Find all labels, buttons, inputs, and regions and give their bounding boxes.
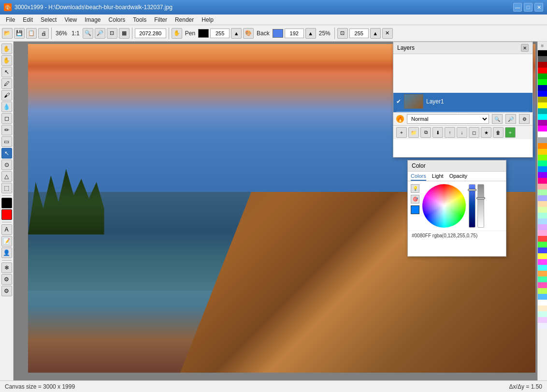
tool-fx[interactable]: ❄: [1, 262, 12, 273]
palette-color-swatch[interactable]: [538, 73, 547, 79]
palette-color-swatch[interactable]: [538, 56, 547, 62]
tool-select-arrow[interactable]: ↖: [1, 67, 12, 77]
layer-folder-button[interactable]: 📁: [408, 127, 419, 138]
titlebar-controls[interactable]: — □ ✕: [513, 3, 543, 12]
layer-fx-button[interactable]: ★: [481, 127, 491, 138]
layer-delete-button[interactable]: 🗑: [493, 127, 504, 138]
layer-visibility-check[interactable]: ✔: [396, 98, 401, 105]
color-wheel[interactable]: [422, 184, 466, 228]
save-button[interactable]: 💾: [14, 28, 25, 39]
palette-color-swatch[interactable]: [538, 201, 547, 207]
tool-move[interactable]: ✋: [1, 55, 12, 66]
palette-color-swatch[interactable]: [538, 149, 547, 155]
palette-color-swatch[interactable]: [538, 91, 547, 97]
menu-item-colors[interactable]: Colors: [105, 15, 130, 24]
menu-item-edit[interactable]: Edit: [19, 15, 37, 24]
palette-color-swatch[interactable]: [538, 172, 547, 178]
color-sample-btn[interactable]: 💡: [411, 184, 419, 193]
layer-add-button[interactable]: +: [396, 127, 407, 138]
layer-down-button[interactable]: ↓: [457, 127, 467, 138]
back-up[interactable]: ▲: [305, 28, 316, 39]
palette-color-swatch[interactable]: [538, 85, 547, 91]
palette-color-swatch[interactable]: [538, 259, 547, 265]
tool-pen[interactable]: 🖊: [1, 78, 12, 89]
palette-color-swatch[interactable]: [538, 79, 547, 85]
tool-fill[interactable]: 💧: [1, 102, 12, 112]
color-pick-btn[interactable]: 🎯: [411, 195, 419, 203]
tool-pencil[interactable]: ✏: [1, 125, 12, 135]
tool-face[interactable]: 👤: [1, 247, 12, 258]
palette-color-swatch[interactable]: [538, 50, 547, 56]
palette-color-swatch[interactable]: [538, 213, 547, 218]
tool-lasso[interactable]: ⬚: [1, 183, 12, 193]
palette-color-swatch[interactable]: [538, 189, 547, 195]
palette-color-swatch[interactable]: [538, 160, 547, 166]
layers-close-button[interactable]: ✕: [521, 44, 529, 52]
tool-type2[interactable]: 📝: [1, 236, 12, 247]
tool-selection[interactable]: ▭: [1, 136, 12, 147]
tool-background-color[interactable]: [1, 209, 12, 220]
layer-up-button[interactable]: ↑: [445, 127, 455, 138]
menu-item-image[interactable]: Image: [81, 15, 104, 24]
menu-item-select[interactable]: Select: [37, 15, 60, 24]
palette-color-swatch[interactable]: [538, 294, 547, 300]
back-value-input[interactable]: [285, 29, 304, 38]
palette-color-swatch[interactable]: [538, 155, 547, 160]
tool-text[interactable]: A: [1, 224, 12, 235]
extra-up[interactable]: ▲: [370, 28, 381, 39]
blend-mode-select[interactable]: Normal Multiply Screen: [407, 114, 489, 124]
palette-color-swatch[interactable]: [538, 282, 547, 288]
palette-color-swatch[interactable]: [538, 143, 547, 149]
color-slider-blue[interactable]: [469, 184, 475, 228]
palette-color-swatch[interactable]: [538, 195, 547, 201]
palette-color-swatch[interactable]: [538, 102, 547, 108]
zoom-in-button[interactable]: 🔍: [83, 28, 93, 39]
menu-item-view[interactable]: View: [60, 15, 81, 24]
menu-item-render[interactable]: Render: [171, 15, 198, 24]
palette-color-swatch[interactable]: [538, 108, 547, 114]
tool-hand[interactable]: ✋: [1, 44, 12, 54]
close-button[interactable]: ✕: [534, 3, 543, 12]
palette-color-swatch[interactable]: [538, 114, 547, 120]
color-tab-light[interactable]: Light: [432, 173, 444, 181]
blend-zoom-out[interactable]: 🔍: [492, 114, 503, 124]
color-tab-colors[interactable]: Colors: [411, 173, 426, 181]
palette-color-swatch[interactable]: [538, 62, 547, 68]
canvas-area[interactable]: Layers ✕ ✔ Layer1 100% 🔥 Normal Multiply: [14, 42, 537, 380]
palette-color-swatch[interactable]: [538, 265, 547, 271]
blend-zoom-in[interactable]: 🔎: [505, 114, 516, 124]
palette-color-swatch[interactable]: [538, 305, 547, 311]
layer-copy-button[interactable]: ⧉: [420, 127, 431, 138]
tool-polygon[interactable]: △: [1, 171, 12, 182]
palette-color-swatch[interactable]: [538, 126, 547, 131]
palette-color-swatch[interactable]: [538, 271, 547, 276]
tool-brush[interactable]: 🖌: [1, 90, 12, 101]
menu-item-file[interactable]: File: [2, 15, 19, 24]
palette-color-swatch[interactable]: [538, 131, 547, 137]
maximize-button[interactable]: □: [524, 3, 533, 12]
pen-color-pick[interactable]: 🎨: [243, 28, 254, 39]
palette-color-swatch[interactable]: [538, 253, 547, 259]
coord-input[interactable]: [135, 29, 166, 38]
pen-up[interactable]: ▲: [231, 28, 242, 39]
layer-green-button[interactable]: +: [505, 127, 516, 138]
palette-color-swatch[interactable]: [538, 97, 547, 102]
extra-x[interactable]: ✕: [382, 28, 393, 39]
palette-color-swatch[interactable]: [538, 311, 547, 317]
palette-color-swatch[interactable]: [538, 166, 547, 172]
pen-color[interactable]: [198, 29, 209, 38]
extra-icon[interactable]: ⊡: [337, 28, 348, 39]
palette-color-swatch[interactable]: [538, 317, 547, 323]
fit-button[interactable]: ⊡: [107, 28, 117, 39]
color-slider-opacity[interactable]: [477, 184, 484, 228]
tool-extra[interactable]: ⚙: [1, 286, 12, 296]
grid-button[interactable]: ▦: [119, 28, 130, 39]
zoom-out-button[interactable]: 🔎: [95, 28, 105, 39]
menu-item-tools[interactable]: Tools: [129, 15, 150, 24]
layer-merge-button[interactable]: ⬇: [432, 127, 443, 138]
palette-color-swatch[interactable]: [538, 247, 547, 253]
menu-item-filter[interactable]: Filter: [150, 15, 171, 24]
tool-warp[interactable]: ⚙: [1, 274, 12, 285]
palette-color-swatch[interactable]: [538, 178, 547, 184]
palette-color-swatch[interactable]: [538, 137, 547, 143]
